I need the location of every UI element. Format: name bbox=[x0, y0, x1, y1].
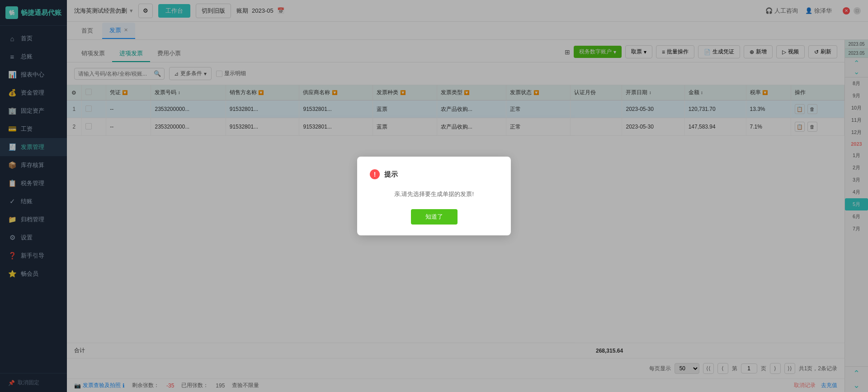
dialog-confirm-btn[interactable]: 知道了 bbox=[411, 209, 458, 225]
dialog-message: 亲,请先选择要生成单据的发票! bbox=[394, 191, 474, 197]
dialog: ! 提示 亲,请先选择要生成单据的发票! 知道了 bbox=[357, 157, 511, 235]
dialog-overlay: ! 提示 亲,请先选择要生成单据的发票! 知道了 bbox=[0, 0, 868, 392]
dialog-title: 提示 bbox=[384, 170, 398, 179]
dialog-warning-icon: ! bbox=[370, 169, 380, 179]
dialog-body: 亲,请先选择要生成单据的发票! bbox=[370, 186, 498, 209]
dialog-header: ! 提示 bbox=[370, 169, 498, 179]
dialog-footer: 知道了 bbox=[370, 209, 498, 225]
